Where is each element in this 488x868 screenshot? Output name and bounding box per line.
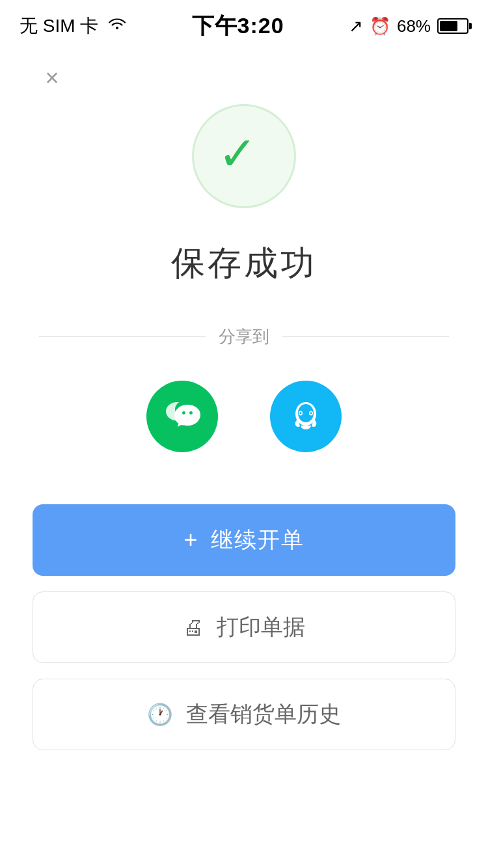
alarm-icon: ⏰: [370, 16, 390, 36]
action-buttons: + 继续开单 🖨 打印单据 🕐 查看销货单历史: [0, 504, 488, 750]
location-icon: ↗: [349, 16, 363, 36]
wifi-icon: [107, 16, 127, 36]
print-icon: 🖨: [183, 616, 204, 640]
history-button[interactable]: 🕐 查看销货单历史: [33, 679, 455, 750]
share-divider: 分享到: [0, 325, 488, 348]
no-sim-label: 无 SIM 卡: [20, 14, 98, 38]
share-icons: [146, 381, 342, 452]
success-title: 保存成功: [171, 241, 317, 286]
status-left: 无 SIM 卡: [20, 14, 127, 38]
close-button[interactable]: ×: [33, 59, 72, 98]
continue-button[interactable]: + 继续开单: [33, 504, 455, 576]
divider-right: [282, 336, 449, 337]
history-label: 查看销货单历史: [186, 699, 341, 729]
status-time: 下午3:20: [192, 11, 284, 41]
wechat-share-button[interactable]: [146, 381, 218, 452]
qq-icon: [285, 396, 327, 437]
wechat-icon: [161, 396, 203, 437]
svg-point-4: [300, 412, 302, 414]
qq-share-button[interactable]: [270, 381, 342, 452]
battery-icon: [437, 18, 468, 34]
success-circle: [192, 104, 296, 208]
history-icon: 🕐: [147, 702, 173, 727]
continue-icon: +: [183, 526, 197, 554]
checkmark-icon: [218, 137, 270, 176]
main-content: 保存成功 分享到: [0, 52, 488, 750]
print-button[interactable]: 🖨 打印单据: [33, 591, 455, 663]
battery-percent: 68%: [397, 16, 431, 36]
divider-left: [39, 336, 206, 337]
status-bar: 无 SIM 卡 下午3:20 ↗ ⏰ 68%: [0, 0, 488, 52]
status-right: ↗ ⏰ 68%: [349, 16, 468, 36]
share-label: 分享到: [206, 325, 282, 348]
continue-label: 继续开单: [211, 525, 305, 555]
print-label: 打印单据: [217, 612, 305, 642]
close-icon: ×: [45, 64, 59, 92]
svg-point-5: [310, 412, 312, 414]
